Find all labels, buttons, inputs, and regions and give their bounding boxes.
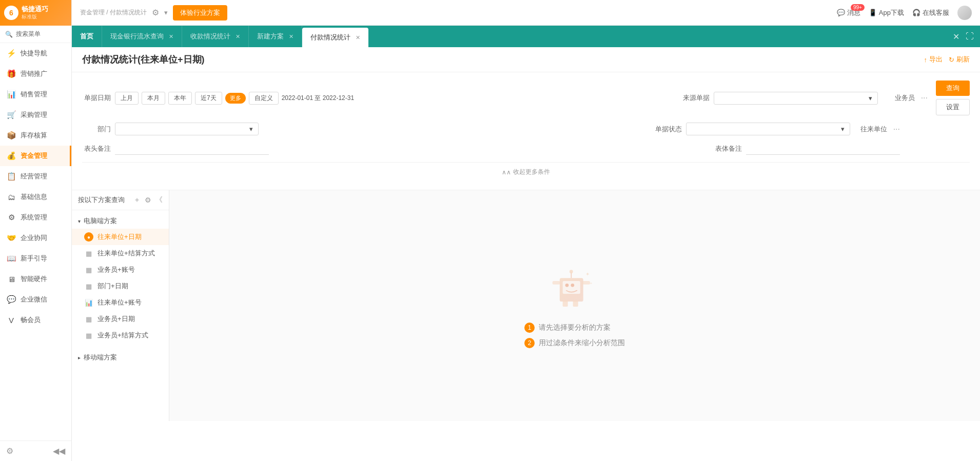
mobile-group-header[interactable]: ▸ 移动端方案 bbox=[72, 350, 169, 365]
collapse-bar[interactable]: ∧∧ 收起更多条件 bbox=[82, 162, 970, 182]
scheme-item-staff-account[interactable]: ▦ 业务员+账号 bbox=[72, 262, 169, 278]
scheme-item-partner-settlement[interactable]: ▦ 往来单位+结算方式 bbox=[72, 245, 169, 262]
sidebar-item-capital[interactable]: 💰 资金管理 bbox=[0, 146, 71, 166]
tab-maximize-btn[interactable]: ⛶ bbox=[964, 30, 976, 43]
query-btn[interactable]: 查询 bbox=[936, 81, 970, 96]
filter-doc-status-col: 单据状态 ▾ bbox=[653, 123, 850, 135]
tab-payable[interactable]: 付款情况统计 ✕ bbox=[302, 28, 368, 47]
left-panel-actions: ＋ ⚙ 《 bbox=[133, 195, 163, 205]
scheme-item-partner-account[interactable]: 📊 往来单位+账号 bbox=[72, 294, 169, 311]
export-btn[interactable]: ↑ 导出 bbox=[924, 55, 943, 64]
scheme-label: 业务员+账号 bbox=[97, 265, 135, 274]
svg-rect-8 bbox=[553, 281, 560, 285]
doc-status-select[interactable]: ▾ bbox=[686, 123, 850, 135]
filter-settings-btn[interactable]: 设置 bbox=[936, 99, 970, 115]
desktop-group-header[interactable]: ▾ 电脑端方案 bbox=[72, 213, 169, 229]
sidebar-collapse-btn[interactable]: ◀◀ bbox=[53, 446, 65, 456]
filter-body-note-col: 表体备注 bbox=[713, 143, 900, 155]
staff-select[interactable]: ··· bbox=[921, 93, 928, 103]
scheme-item-dept-date[interactable]: ▦ 部门+日期 bbox=[72, 278, 169, 294]
tab-close-all-btn[interactable]: ✕ bbox=[951, 30, 962, 44]
sidebar-item-basic-info[interactable]: 🗂 基础信息 bbox=[0, 187, 71, 207]
app-download-btn[interactable]: 📱 App下载 bbox=[869, 8, 904, 17]
logo-icon: 6 bbox=[4, 6, 18, 20]
sidebar-settings-btn[interactable]: ⚙ bbox=[6, 446, 13, 456]
user-avatar[interactable] bbox=[957, 6, 972, 20]
tab-bank-flow-close[interactable]: ✕ bbox=[169, 33, 173, 40]
content-area: 付款情况统计(往来单位+日期) ↑ 导出 ↻ 刷新 单 bbox=[72, 47, 980, 461]
scheme-item-staff-date[interactable]: ▦ 业务员+日期 bbox=[72, 311, 169, 327]
filter-staff-col: 业务员 ··· bbox=[886, 93, 928, 103]
sidebar-item-wechat[interactable]: 💬 企业微信 bbox=[0, 289, 71, 310]
tip-2-num: 2 bbox=[524, 338, 535, 348]
search-menu[interactable]: 🔍 搜索菜单 bbox=[0, 26, 71, 43]
date-btn-this-year[interactable]: 本年 bbox=[168, 92, 192, 105]
add-scheme-btn[interactable]: ＋ bbox=[133, 195, 141, 205]
trial-btn[interactable]: 体验行业方案 bbox=[173, 5, 227, 21]
tab-receivable-close[interactable]: ✕ bbox=[236, 33, 240, 40]
scheme-item-partner-date[interactable]: ● 往来单位+日期 bbox=[72, 229, 169, 245]
tab-payable-close[interactable]: ✕ bbox=[356, 34, 360, 41]
sidebar-nav: ⚡ 快捷导航 🎁 营销推广 📊 销售管理 🛒 采购管理 📦 库存核算 💰 资金管… bbox=[0, 43, 71, 440]
sidebar-item-member[interactable]: V 畅会员 bbox=[0, 310, 71, 330]
sidebar-item-label: 采购管理 bbox=[21, 110, 47, 119]
page-header: 付款情况统计(往来单位+日期) ↑ 导出 ↻ 刷新 bbox=[72, 47, 980, 72]
date-btn-custom[interactable]: 自定义 bbox=[249, 92, 279, 105]
dept-select[interactable]: ▾ bbox=[115, 123, 259, 135]
collapse-label: 收起更多条件 bbox=[513, 168, 550, 176]
mobile-scheme-group: ▸ 移动端方案 bbox=[72, 347, 169, 368]
date-btn-7days[interactable]: 近7天 bbox=[195, 92, 222, 105]
scheme-item-staff-settlement[interactable]: ▦ 业务员+结算方式 bbox=[72, 327, 169, 344]
date-btn-this-month[interactable]: 本月 bbox=[142, 92, 165, 105]
sidebar-item-label: 智能硬件 bbox=[21, 274, 47, 284]
breadcrumb: 资金管理 / 付款情况统计 bbox=[80, 8, 147, 17]
header-note-input[interactable] bbox=[115, 143, 269, 155]
mobile-chevron-icon: ▸ bbox=[78, 355, 81, 360]
sidebar-item-inventory[interactable]: 📦 库存核算 bbox=[0, 125, 71, 146]
tab-receivable[interactable]: 收款情况统计 ✕ bbox=[182, 26, 249, 47]
sidebar-item-marketing[interactable]: 🎁 营销推广 bbox=[0, 64, 71, 84]
message-btn[interactable]: 💬 消息 99+ bbox=[837, 8, 860, 17]
sidebar-item-label: 快捷导航 bbox=[21, 49, 47, 58]
date-btn-last-month[interactable]: 上月 bbox=[115, 92, 139, 105]
tab-new-scheme-close[interactable]: ✕ bbox=[289, 33, 293, 40]
online-service-label: 在线客服 bbox=[923, 8, 949, 17]
svg-point-3 bbox=[571, 284, 575, 287]
left-panel-title: 按以下方案查询 bbox=[78, 195, 125, 205]
scheme-label: 业务员+日期 bbox=[97, 314, 135, 324]
topbar-dropdown-icon[interactable]: ▾ bbox=[164, 9, 168, 16]
tab-bank-flow[interactable]: 现金银行流水查询 ✕ bbox=[102, 26, 182, 47]
topbar-settings-icon[interactable]: ⚙ bbox=[152, 8, 159, 17]
collapse-panel-btn[interactable]: 《 bbox=[155, 195, 163, 205]
left-panel: 按以下方案查询 ＋ ⚙ 《 ▾ 电脑端方案 bbox=[72, 190, 169, 421]
scheme-active-icon: ● bbox=[84, 232, 93, 242]
sidebar-item-guide[interactable]: 📖 新手引导 bbox=[0, 248, 71, 269]
tab-payable-label: 付款情况统计 bbox=[310, 33, 350, 42]
desktop-chevron-icon: ▾ bbox=[78, 218, 81, 224]
sidebar-item-system[interactable]: ⚙ 系统管理 bbox=[0, 207, 71, 228]
sidebar-item-hardware[interactable]: 🖥 智能硬件 bbox=[0, 269, 71, 289]
empty-state: ✦ ✦ 1 请先选择要分析的方案 2 用过滤条件来缩小分析范围 bbox=[524, 263, 625, 348]
body-note-input[interactable] bbox=[746, 143, 900, 155]
tab-new-scheme[interactable]: 新建方案 ✕ bbox=[249, 26, 302, 47]
tab-home[interactable]: 首页 bbox=[72, 26, 102, 47]
online-service-btn[interactable]: 🎧 在线客服 bbox=[912, 8, 949, 17]
sidebar-header: 6 畅捷通巧 标准版 bbox=[0, 0, 71, 26]
source-label: 来源单据 bbox=[681, 93, 710, 103]
partner-select[interactable]: ··· bbox=[893, 125, 900, 134]
refresh-label: 刷新 bbox=[956, 55, 970, 64]
refresh-btn[interactable]: ↻ 刷新 bbox=[949, 55, 970, 64]
sidebar-item-label: 企业微信 bbox=[21, 295, 47, 304]
sidebar-item-enterprise[interactable]: 🤝 企业协同 bbox=[0, 228, 71, 248]
sidebar-item-operation[interactable]: 📋 经营管理 bbox=[0, 166, 71, 187]
source-select[interactable]: ▾ bbox=[714, 92, 878, 105]
filter-header-note-col: 表头备注 bbox=[82, 143, 269, 155]
sidebar-item-quick-nav[interactable]: ⚡ 快捷导航 bbox=[0, 43, 71, 64]
date-btn-more[interactable]: 更多 bbox=[225, 93, 246, 104]
manage-scheme-btn[interactable]: ⚙ bbox=[145, 196, 151, 204]
sidebar-item-label: 库存核算 bbox=[21, 131, 47, 140]
sidebar-item-sales[interactable]: 📊 销售管理 bbox=[0, 84, 71, 105]
sidebar-item-purchase[interactable]: 🛒 采购管理 bbox=[0, 105, 71, 125]
sidebar-item-label: 新手引导 bbox=[21, 254, 47, 263]
source-dropdown-icon: ▾ bbox=[869, 94, 872, 102]
